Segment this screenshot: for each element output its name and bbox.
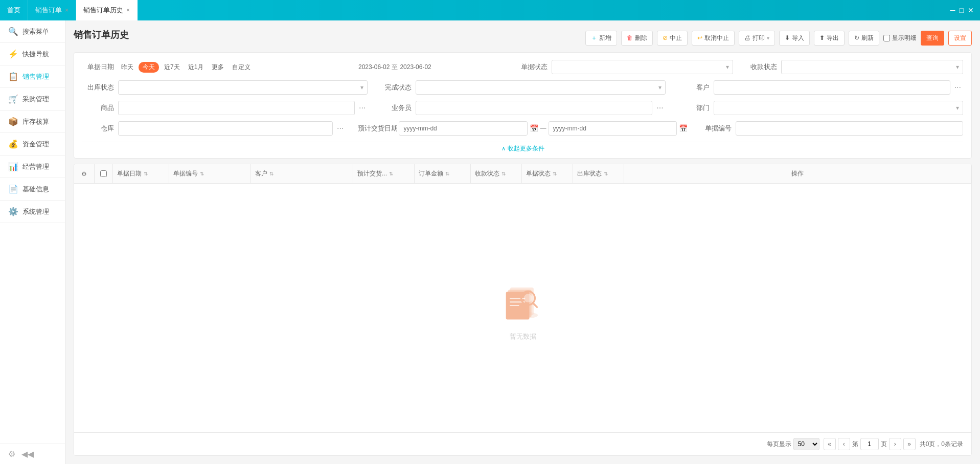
completion-status-select[interactable] <box>416 80 665 95</box>
completion-status-select-wrapper <box>416 80 665 95</box>
filter-completion-label: 完成状态 <box>380 83 416 92</box>
filter-row-2: 出库状态 完成状态 客户 <box>82 80 963 95</box>
column-settings-icon[interactable]: ⚙ <box>81 170 87 178</box>
import-icon: ⬇ <box>785 34 790 41</box>
date-btn-1month[interactable]: 近1月 <box>185 62 207 73</box>
sort-customer-icon[interactable]: ⇅ <box>269 171 274 176</box>
content-area: 销售订单历史 ＋ 新增 🗑 删除 ⊘ 中止 ↩ 取消中止 <box>65 20 980 464</box>
empty-icon <box>497 275 549 326</box>
page-label-before: 第 <box>852 440 858 449</box>
warehouse-input[interactable] <box>118 121 333 136</box>
window-max-icon[interactable]: □ <box>960 7 964 14</box>
doc-status-select-wrapper <box>552 60 734 74</box>
export-button[interactable]: ⬆ 导出 <box>814 31 845 46</box>
sidebar-item-purchase[interactable]: 🛒 采购管理 <box>0 88 65 111</box>
date-btn-more[interactable]: 更多 <box>209 62 227 73</box>
delivery-to-calendar-icon[interactable]: 📅 <box>679 124 688 132</box>
first-page-button[interactable]: « <box>824 438 836 450</box>
tab-sales-order[interactable]: 销售订单 × <box>28 0 76 20</box>
filter-customer: 客户 ··· <box>678 80 963 95</box>
tab-sales-order-history-close[interactable]: × <box>126 7 130 14</box>
prev-page-button[interactable]: ‹ <box>838 438 850 450</box>
delivery-date-from[interactable] <box>399 121 527 136</box>
outbound-status-select[interactable] <box>118 80 368 95</box>
department-select-wrapper <box>714 101 963 115</box>
th-settings[interactable]: ⚙ <box>74 164 95 183</box>
sort-number-icon[interactable]: ⇅ <box>200 171 204 176</box>
bottom-volume-icon[interactable]: ◀◀ <box>21 449 34 459</box>
import-button[interactable]: ⬇ 导入 <box>779 31 810 46</box>
last-page-button[interactable]: » <box>903 438 916 450</box>
collapse-button[interactable]: ∧ 收起更多条件 <box>82 142 963 154</box>
filter-salesperson: 业务员 ··· <box>380 101 665 115</box>
tab-home[interactable]: 首页 <box>0 0 28 20</box>
empty-state: 暂无数据 <box>74 184 971 432</box>
window-close-icon[interactable]: ✕ <box>968 7 974 14</box>
main-layout: 🔍 搜索菜单 ⚡ 快捷导航 📋 销售管理 🛒 采购管理 📦 库存核算 💰 资金管… <box>0 20 980 464</box>
filter-receipt-status-label: 收款状态 <box>745 62 781 72</box>
salesperson-more-dots[interactable]: ··· <box>654 103 665 113</box>
filter-customer-control: ··· <box>714 80 963 95</box>
total-info: 共0页，0条记录 <box>920 440 963 449</box>
sidebar-item-quick-nav[interactable]: ⚡ 快捷导航 <box>0 43 65 65</box>
basic-info-icon: 📄 <box>8 184 18 194</box>
date-btn-custom[interactable]: 自定义 <box>229 62 254 73</box>
department-select[interactable] <box>714 101 963 115</box>
date-btn-today[interactable]: 今天 <box>139 62 159 73</box>
sort-delivery-icon[interactable]: ⇅ <box>389 171 393 176</box>
sort-receipt-icon[interactable]: ⇅ <box>502 171 506 176</box>
customer-more-dots[interactable]: ··· <box>952 83 963 92</box>
date-btn-yesterday[interactable]: 昨天 <box>118 62 136 73</box>
refresh-button[interactable]: ↻ 刷新 <box>849 31 879 46</box>
per-page-dropdown[interactable]: 50 100 200 <box>793 438 819 450</box>
doc-status-select[interactable] <box>552 60 734 74</box>
sidebar-item-inventory-label: 库存核算 <box>22 117 49 126</box>
filter-doc-status: 单据状态 <box>516 60 734 74</box>
th-receipt-label: 收款状态 <box>475 169 499 178</box>
delete-button[interactable]: 🗑 删除 <box>621 31 653 46</box>
sidebar-item-operations[interactable]: 📊 经营管理 <box>0 156 65 178</box>
tab-sales-order-close[interactable]: × <box>65 7 69 14</box>
warehouse-more-dots[interactable]: ··· <box>335 124 346 133</box>
sidebar-item-basic-info[interactable]: 📄 基础信息 <box>0 178 65 201</box>
print-button[interactable]: 🖨 打印 ▾ <box>739 31 775 46</box>
settings-button[interactable]: 设置 <box>948 31 972 46</box>
sort-status-icon[interactable]: ⇅ <box>553 171 557 176</box>
salesperson-input[interactable] <box>416 101 652 115</box>
filter-outbound-status: 出库状态 <box>82 80 368 95</box>
next-page-button[interactable]: › <box>889 438 901 450</box>
window-min-icon[interactable]: ─ <box>950 7 955 14</box>
add-button[interactable]: ＋ 新增 <box>585 31 617 46</box>
sidebar-item-system[interactable]: ⚙️ 系统管理 <box>0 201 65 223</box>
stop-button[interactable]: ⊘ 中止 <box>657 31 688 46</box>
delivery-from-calendar-icon[interactable]: 📅 <box>530 124 538 132</box>
display-toggle[interactable]: 显示明细 <box>883 34 917 42</box>
delivery-date-to[interactable] <box>549 121 677 136</box>
product-input[interactable] <box>118 101 355 115</box>
sidebar-item-inventory[interactable]: 📦 库存核算 <box>0 111 65 133</box>
sidebar-item-sales-label: 销售管理 <box>22 72 49 81</box>
select-all-checkbox[interactable] <box>100 170 107 177</box>
th-check[interactable] <box>95 164 113 183</box>
customer-input[interactable] <box>714 80 950 95</box>
doc-number-input[interactable] <box>736 121 963 136</box>
th-number: 单据编号 ⇅ <box>169 164 251 183</box>
sidebar-item-search[interactable]: 🔍 搜索菜单 <box>0 20 65 43</box>
operations-icon: 📊 <box>8 162 18 171</box>
sort-outbound-icon[interactable]: ⇅ <box>604 171 608 176</box>
sidebar-bottom[interactable]: ⚙ ◀◀ <box>0 444 65 464</box>
sidebar-item-sales[interactable]: 📋 销售管理 <box>0 65 65 88</box>
display-toggle-checkbox[interactable] <box>883 35 890 41</box>
page-number-input[interactable] <box>860 438 879 450</box>
bottom-settings-icon[interactable]: ⚙ <box>8 449 15 459</box>
tab-sales-order-history[interactable]: 销售订单历史 × <box>76 0 138 20</box>
sort-date-icon[interactable]: ⇅ <box>144 171 148 176</box>
sort-amount-icon[interactable]: ⇅ <box>445 171 449 176</box>
page-size-select: 每页显示 50 100 200 <box>767 438 819 450</box>
cancel-stop-button[interactable]: ↩ 取消中止 <box>692 31 735 46</box>
sidebar-item-finance[interactable]: 💰 资金管理 <box>0 133 65 156</box>
product-more-dots[interactable]: ··· <box>357 103 368 113</box>
query-button[interactable]: 查询 <box>921 31 944 46</box>
date-btn-7days[interactable]: 近7天 <box>161 62 183 73</box>
receipt-status-select[interactable] <box>781 60 963 74</box>
